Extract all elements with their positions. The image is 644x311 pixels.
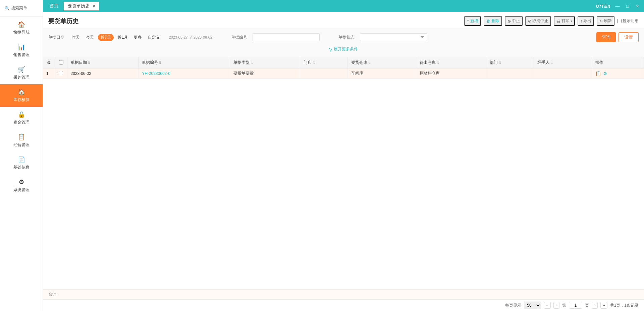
td-doc_date: 2023-06-02 xyxy=(67,69,139,79)
sidebar-item-finance[interactable]: 🔒资金管理 xyxy=(0,107,43,129)
total-label: 合计: xyxy=(48,292,57,297)
next-page-btn[interactable]: › xyxy=(592,302,598,309)
tab-label-requisition-history: 要货单历史 xyxy=(68,3,90,9)
doc-no-link[interactable]: YH-20230602-0 xyxy=(142,71,170,76)
row-checkbox[interactable] xyxy=(59,71,63,75)
th-checkbox xyxy=(55,57,67,69)
page-title: 要货单历史 xyxy=(48,17,78,25)
cancel-stop-button[interactable]: ⊗ 取消中止 xyxy=(525,16,551,26)
select-all-checkbox[interactable] xyxy=(59,60,63,64)
display-detail-toggle[interactable]: 显示明细 xyxy=(617,18,639,24)
search-menu-label: 搜索菜单 xyxy=(11,5,27,11)
date-options: 昨天今天近7天近1月更多自定义 xyxy=(70,34,162,41)
expand-more-btn[interactable]: ⋁ 展开更多条件 xyxy=(326,45,361,53)
refresh-button[interactable]: ↻ 刷新 xyxy=(597,16,614,26)
delete-button[interactable]: 🗑 删除 xyxy=(484,16,502,26)
sidebar-item-system[interactable]: ⚙系统管理 xyxy=(0,174,43,197)
th-action: 操作 xyxy=(592,57,644,69)
sidebar-item-basic[interactable]: 📄基础信息 xyxy=(0,152,43,174)
sidebar-item-purchase[interactable]: 🛒采购管理 xyxy=(0,62,43,84)
th-handler[interactable]: 经手人⇅ xyxy=(534,57,592,69)
tab-label-home: 首页 xyxy=(50,3,58,9)
date-opt-更多[interactable]: 更多 xyxy=(132,34,144,41)
query-button[interactable]: 查询 xyxy=(596,32,616,42)
sidebar-label-purchase: 采购管理 xyxy=(13,75,30,80)
sort-icon-pending_warehouse: ⇅ xyxy=(436,61,439,64)
td-req_warehouse: 车间库 xyxy=(348,69,416,79)
first-page-btn[interactable]: « xyxy=(544,302,551,309)
filter-row-1: 单据日期 昨天今天近7天近1月更多自定义 2023-05-27 至 2023-0… xyxy=(48,32,639,42)
refresh-icon: ↻ xyxy=(599,19,603,24)
sidebar-item-sales[interactable]: 📊销售管理 xyxy=(0,39,43,62)
th-req_warehouse[interactable]: 要货仓库⇅ xyxy=(348,57,416,69)
th-dept[interactable]: 部门⇅ xyxy=(486,57,534,69)
export-button[interactable]: ↑ 导出 xyxy=(578,16,594,26)
main-table: ⚙单据日期⇅单据编号⇅单据类型⇅门店⇅要货仓库⇅待出仓库⇅部门⇅经手人⇅操作 1… xyxy=(43,57,644,79)
td-checkbox[interactable] xyxy=(55,69,67,79)
th-doc_no[interactable]: 单据编号⇅ xyxy=(139,57,230,69)
sidebar: 🔍 搜索菜单 🏠快捷导航📊销售管理🛒采购管理🏠库存核算🔒资金管理📋经营管理📄基础… xyxy=(0,0,43,311)
last-page-btn[interactable]: » xyxy=(600,302,607,309)
stop-button[interactable]: ⊗ 中止 xyxy=(505,16,523,26)
main-area: 首页要货单历史✕ OfTEn — □ ✕ 要货单历史 + 新增 🗑 删除 ⊗ 中… xyxy=(43,0,644,311)
sidebar-item-quick-nav[interactable]: 🏠快捷导航 xyxy=(0,17,43,39)
th-doc_date[interactable]: 单据日期⇅ xyxy=(67,57,139,69)
table-settings-icon[interactable]: ⚙ xyxy=(47,60,51,65)
per-page-select[interactable]: 102050100 xyxy=(524,302,541,309)
total-info: 共1页，1条记录 xyxy=(610,303,639,308)
sidebar-label-basic: 基础信息 xyxy=(13,165,30,170)
sales-icon: 📊 xyxy=(18,43,25,51)
sidebar-item-operation[interactable]: 📋经营管理 xyxy=(0,129,43,152)
table-body: 12023-06-02YH-20230602-0要货单要货车间库原材料仓库 📋 … xyxy=(43,69,644,79)
print-button[interactable]: 🖨 打印 ▾ xyxy=(554,16,575,26)
search-menu-button[interactable]: 🔍 搜索菜单 xyxy=(3,3,40,13)
date-range-display: 2023-05-27 至 2023-06-02 xyxy=(169,35,212,40)
th-settings: ⚙ xyxy=(43,57,55,69)
window-maximize-btn[interactable]: □ xyxy=(624,3,631,9)
sort-icon-req_warehouse: ⇅ xyxy=(368,61,371,64)
cancel-stop-icon: ⊗ xyxy=(528,19,531,24)
td-action[interactable]: 📋 ⚙ xyxy=(592,69,644,79)
doc-no-input[interactable] xyxy=(253,33,320,41)
print-dropdown-icon: ▾ xyxy=(571,19,572,23)
new-button[interactable]: + 新增 xyxy=(464,16,481,26)
date-opt-近7天[interactable]: 近7天 xyxy=(98,34,114,41)
tab-home[interactable]: 首页 xyxy=(46,2,62,10)
system-icon: ⚙ xyxy=(19,178,24,186)
page-goto-label: 第 xyxy=(562,303,566,308)
status-select[interactable] xyxy=(360,33,427,41)
th-store[interactable]: 门店⇅ xyxy=(300,57,348,69)
table-footer: 合计: xyxy=(43,289,644,299)
filter-buttons: 查询 设置 xyxy=(596,32,639,42)
date-opt-昨天[interactable]: 昨天 xyxy=(70,34,82,41)
th-pending_warehouse[interactable]: 待出仓库⇅ xyxy=(416,57,486,69)
date-opt-今天[interactable]: 今天 xyxy=(84,34,96,41)
td-pending_warehouse: 原材料仓库 xyxy=(416,69,486,79)
prev-page-btn[interactable]: ‹ xyxy=(553,302,559,309)
td-seq: 1 xyxy=(43,69,55,79)
settings-button[interactable]: 设置 xyxy=(619,32,639,42)
page-input[interactable] xyxy=(569,302,582,309)
td-doc_no[interactable]: YH-20230602-0 xyxy=(139,69,230,79)
date-opt-近1月[interactable]: 近1月 xyxy=(116,34,130,41)
date-opt-自定义[interactable]: 自定义 xyxy=(146,34,162,41)
window-close-btn[interactable]: ✕ xyxy=(634,3,641,9)
status-label: 单据状态 xyxy=(338,35,355,40)
operation-icon: 📋 xyxy=(18,133,25,141)
td-dept xyxy=(486,69,534,79)
page-label: 页 xyxy=(585,303,589,308)
window-minimize-btn[interactable]: — xyxy=(613,3,622,9)
action-icons: 📋 ⚙ xyxy=(595,71,640,76)
tab-close-requisition-history[interactable]: ✕ xyxy=(92,4,95,8)
sidebar-label-inventory: 库存核算 xyxy=(13,97,30,103)
sidebar-label-operation: 经营管理 xyxy=(13,142,30,148)
th-doc_type[interactable]: 单据类型⇅ xyxy=(230,57,300,69)
display-detail-checkbox[interactable] xyxy=(617,19,622,23)
tab-requisition-history[interactable]: 要货单历史✕ xyxy=(64,2,99,10)
sidebar-item-inventory[interactable]: 🏠库存核算 xyxy=(0,84,43,107)
edit-action-icon[interactable]: 📋 xyxy=(595,71,601,76)
more-action-icon[interactable]: ⚙ xyxy=(603,71,607,76)
sidebar-search-area[interactable]: 🔍 搜索菜单 xyxy=(0,0,43,17)
sort-icon-dept: ⇅ xyxy=(498,61,501,64)
sort-icon-doc_no: ⇅ xyxy=(159,61,161,64)
